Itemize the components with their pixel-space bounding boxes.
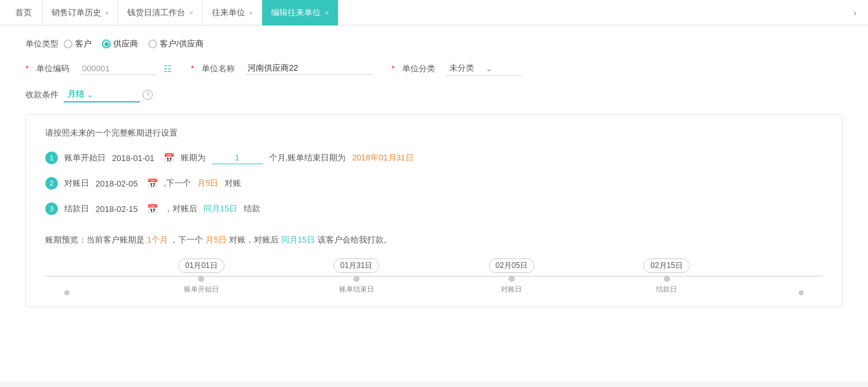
timeline-node-2: 01月31日 账单结束日 bbox=[333, 258, 380, 294]
timeline-badge-1: 01月01日 bbox=[178, 258, 225, 273]
period-value-input[interactable] bbox=[212, 151, 263, 164]
radio-customer-supplier-circle bbox=[148, 39, 157, 48]
unit-code-label: 单位编码 bbox=[36, 63, 69, 74]
timeline-dot-3 bbox=[508, 276, 515, 282]
timeline-dot-1 bbox=[198, 276, 204, 282]
timeline-left-endpoint bbox=[64, 290, 69, 295]
timeline-label-2: 账单结束日 bbox=[339, 285, 374, 294]
code-required-star: * bbox=[25, 64, 29, 73]
timeline-label-3: 对账日 bbox=[501, 285, 522, 294]
section-title: 请按照未来的一个完整帐期进行设置 bbox=[45, 127, 823, 139]
payment-row: 收款条件 月结 ⌄ ? bbox=[25, 87, 843, 102]
radio-customer-supplier-label: 客户/供应商 bbox=[160, 38, 204, 50]
unit-code-input[interactable] bbox=[80, 62, 156, 75]
name-required-star: * bbox=[191, 64, 194, 73]
period-end-date: 2018年01月31日 bbox=[352, 152, 414, 164]
reconcile-desc-highlight: 月5日 bbox=[197, 178, 218, 189]
radio-customer-label: 客户 bbox=[75, 38, 92, 50]
preview-sep1: ，下一个 bbox=[170, 235, 203, 244]
settings-section: 请按照未来的一个完整帐期进行设置 1 账单开始日 2018-01-01 📅 账期… bbox=[25, 114, 843, 307]
category-dropdown-icon: ⌄ bbox=[486, 64, 518, 73]
payment-desc-highlight: 同月15日 bbox=[204, 203, 237, 215]
reconcile-date-value: 2018-02-05 bbox=[95, 179, 138, 188]
reconcile-date-row: 2 对账日 2018-02-05 📅 ,下一个 月5日 对账 bbox=[45, 177, 823, 190]
reconcile-date-label: 对账日 bbox=[64, 178, 89, 189]
tab-partner-units[interactable]: 往来单位 × bbox=[203, 0, 262, 25]
unit-name-label: 单位名称 bbox=[202, 63, 235, 74]
payment-desc-after: 结款 bbox=[244, 203, 260, 215]
preview-sep2: 对账，对账后 bbox=[229, 235, 279, 244]
radio-customer[interactable]: 客户 bbox=[64, 38, 92, 50]
reconcile-desc-before: ,下一个 bbox=[164, 178, 192, 189]
tab-edit-partner[interactable]: 编辑往来单位 × bbox=[262, 0, 338, 25]
reconcile-date-calendar-icon[interactable]: 📅 bbox=[147, 178, 158, 188]
start-date-value: 2018-01-01 bbox=[112, 153, 155, 163]
preview-h1: 1个月 bbox=[147, 235, 168, 244]
timeline-node-1: 01月01日 账单开始日 bbox=[178, 258, 225, 294]
row-num-2: 2 bbox=[45, 177, 58, 190]
unit-category-value: 未分类 bbox=[449, 62, 482, 74]
unit-type-label: 单位类型 bbox=[25, 38, 59, 50]
timeline-label-1: 账单开始日 bbox=[184, 285, 219, 294]
timeline-badge-2: 01月31日 bbox=[333, 258, 380, 273]
timeline-right-endpoint bbox=[799, 290, 804, 295]
timeline-label-4: 结款日 bbox=[656, 285, 677, 294]
unit-category-group: * 单位分类 未分类 ⌄ bbox=[391, 61, 522, 76]
unit-type-radio-group: 客户 供应商 客户/供应商 bbox=[64, 38, 204, 50]
start-date-row: 1 账单开始日 2018-01-01 📅 账期为 个月,账单结束日期为 2018… bbox=[45, 151, 823, 164]
preview-h2: 月5日 bbox=[206, 235, 227, 244]
radio-customer-supplier[interactable]: 客户/供应商 bbox=[148, 38, 204, 50]
timeline-node-3: 02月05日 对账日 bbox=[489, 258, 535, 294]
payment-condition-value: 月结 bbox=[67, 88, 84, 100]
unit-info-row: * 单位编码 ☷ * 单位名称 * 单位分类 未分类 ⌄ bbox=[25, 61, 843, 76]
unit-name-group: * 单位名称 bbox=[191, 62, 372, 75]
radio-customer-circle bbox=[64, 39, 73, 48]
payment-date-value: 2018-02-15 bbox=[95, 204, 138, 214]
radio-supplier[interactable]: 供应商 bbox=[102, 38, 138, 50]
timeline-dot-4 bbox=[664, 276, 670, 282]
start-date-calendar-icon[interactable]: 📅 bbox=[164, 153, 174, 163]
timeline-container: 01月01日 账单开始日 01月31日 账单结束日 02月05日 对账日 02月… bbox=[45, 258, 823, 294]
close-tab-edit-partner[interactable]: × bbox=[325, 9, 328, 17]
tabs-bar: 首页 销售订单历史 × 钱货日清工作台 × 往来单位 × 编辑往来单位 × › bbox=[0, 0, 868, 25]
timeline-dot-2 bbox=[353, 276, 360, 282]
period-suffix: 个月,账单结束日期为 bbox=[269, 152, 346, 164]
preview-h3: 同月15日 bbox=[281, 235, 315, 244]
row-num-1: 1 bbox=[45, 151, 58, 164]
timeline-right-dot bbox=[799, 290, 804, 295]
payment-date-calendar-icon[interactable]: 📅 bbox=[147, 204, 158, 214]
payment-condition-select[interactable]: 月结 ⌄ bbox=[64, 87, 140, 102]
payment-dropdown-icon: ⌄ bbox=[87, 90, 94, 99]
timeline-badge-3: 02月05日 bbox=[489, 258, 535, 273]
tab-cash-workbench[interactable]: 钱货日清工作台 × bbox=[118, 0, 202, 25]
timeline-left-dot bbox=[64, 290, 69, 295]
unit-category-select[interactable]: 未分类 ⌄ bbox=[445, 61, 522, 76]
close-tab-partner-units[interactable]: × bbox=[249, 9, 253, 17]
payment-help-icon[interactable]: ? bbox=[143, 90, 153, 100]
preview-prefix: 账期预览：当前客户账期是 bbox=[45, 235, 144, 244]
start-date-label: 账单开始日 bbox=[64, 152, 106, 164]
payment-desc-before: ，对账后 bbox=[164, 203, 197, 215]
timeline-badge-4: 02月15日 bbox=[643, 258, 690, 273]
tab-sales-history[interactable]: 销售订单历史 × bbox=[43, 0, 118, 25]
tabs-scroll-arrow[interactable]: › bbox=[847, 8, 863, 18]
close-tab-sales-history[interactable]: × bbox=[105, 9, 109, 17]
unit-name-input[interactable] bbox=[245, 62, 372, 75]
radio-supplier-circle bbox=[102, 39, 111, 48]
row-num-3: 3 bbox=[45, 202, 58, 215]
unit-code-group: * 单位编码 ☷ bbox=[25, 62, 172, 75]
payment-date-row: 3 结款日 2018-02-15 📅 ，对账后 同月15日 结款 bbox=[45, 202, 823, 215]
radio-supplier-label: 供应商 bbox=[113, 38, 138, 50]
tab-home[interactable]: 首页 bbox=[5, 0, 43, 25]
reconcile-desc-after: 对账 bbox=[225, 178, 241, 189]
unit-code-copy-icon[interactable]: ☷ bbox=[164, 64, 172, 74]
main-content: 单位类型 客户 供应商 客户/供应商 * 单位编码 ☷ * 单位名称 bbox=[0, 25, 868, 382]
payment-date-label: 结款日 bbox=[64, 203, 89, 215]
payment-label: 收款条件 bbox=[25, 89, 59, 101]
unit-category-label: 单位分类 bbox=[402, 63, 435, 74]
category-required-star: * bbox=[391, 64, 395, 73]
timeline-node-4: 02月15日 结款日 bbox=[643, 258, 690, 294]
preview-suffix: 该客户会给我打款。 bbox=[318, 235, 392, 244]
close-tab-cash-workbench[interactable]: × bbox=[189, 9, 193, 17]
period-prefix: 账期为 bbox=[181, 152, 206, 164]
